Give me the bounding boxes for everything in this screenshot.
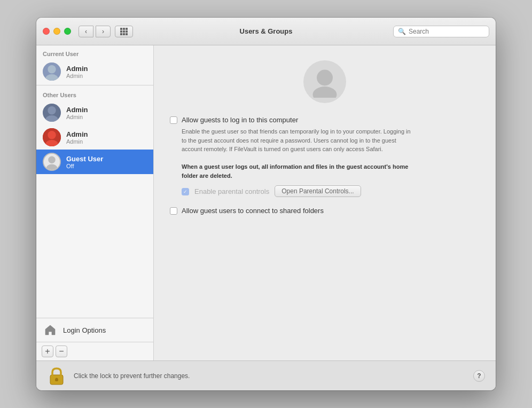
allow-shared-folders-label: Allow guest users to connect to shared f… <box>182 207 324 215</box>
current-user-name: Admin <box>66 65 88 73</box>
parental-controls-label: Enable parental controls <box>194 187 269 195</box>
svg-point-13 <box>317 70 333 86</box>
other-user-status-2: Admin <box>66 138 88 145</box>
open-parental-controls-button[interactable]: Open Parental Controls... <box>275 185 361 197</box>
lock-icon[interactable] <box>47 366 66 386</box>
help-button[interactable]: ? <box>473 370 485 382</box>
current-user-info: Admin Admin <box>66 65 88 79</box>
titlebar: ‹ › Users & Groups 🔍 <box>36 18 496 45</box>
other-user-name-2: Admin <box>66 130 88 138</box>
svg-rect-6 <box>43 104 61 122</box>
other-users-section-header: Other Users <box>36 87 153 100</box>
guest-user-status: Off <box>66 163 103 169</box>
bottom-bar: Click the lock to prevent further change… <box>36 360 496 390</box>
parental-controls-row: Enable parental controls Open Parental C… <box>182 185 361 197</box>
maximize-button[interactable] <box>64 28 71 35</box>
svg-point-8 <box>48 131 56 139</box>
bold-warning: When a guest user logs out, all informat… <box>182 163 408 179</box>
grid-icon <box>120 28 128 35</box>
search-icon: 🔍 <box>398 28 406 35</box>
svg-point-11 <box>48 156 56 164</box>
forward-button[interactable]: › <box>96 26 111 37</box>
current-user-status: Admin <box>66 73 88 79</box>
traffic-lights <box>43 28 71 35</box>
guest-user-info: Guest User Off <box>66 155 103 169</box>
current-user-avatar <box>43 62 61 81</box>
guest-user-name: Guest User <box>66 155 103 163</box>
minimize-button[interactable] <box>53 28 60 35</box>
parental-controls-checkbox[interactable] <box>182 188 189 195</box>
allow-guests-row: Allow guests to log in to this computer <box>170 116 480 124</box>
divider-1 <box>36 85 153 85</box>
other-user-avatar-2 <box>43 128 61 146</box>
search-box[interactable]: 🔍 <box>393 26 489 37</box>
allow-guests-label: Allow guests to log in to this computer <box>182 116 298 124</box>
back-button[interactable]: ‹ <box>79 26 93 37</box>
login-options-label: Login Options <box>63 326 106 334</box>
search-input[interactable] <box>409 28 484 35</box>
current-user-item[interactable]: Admin Admin <box>36 59 153 84</box>
guest-user-item[interactable]: Guest User Off <box>36 150 153 174</box>
other-user-name-1: Admin <box>66 106 88 114</box>
current-user-section-header: Current User <box>36 45 153 59</box>
lock-status-text: Click the lock to prevent further change… <box>74 372 190 380</box>
other-user-item-2[interactable]: Admin Admin <box>36 125 153 150</box>
grid-button[interactable] <box>115 26 133 37</box>
guest-user-avatar <box>43 153 61 171</box>
allow-guests-checkbox[interactable] <box>170 116 177 124</box>
main-window: ‹ › Users & Groups 🔍 Current User <box>36 18 496 390</box>
login-options-item[interactable]: Login Options <box>36 318 153 342</box>
other-user-info-1: Admin Admin <box>66 106 88 120</box>
window-title: Users & Groups <box>240 27 293 35</box>
other-user-status-1: Admin <box>66 114 88 120</box>
other-user-item-1[interactable]: Admin Admin <box>36 100 153 125</box>
allow-shared-folders-row: Allow guest users to connect to shared f… <box>170 207 480 215</box>
large-avatar <box>303 60 346 103</box>
allow-guests-description: Enable the guest user so that friends ca… <box>182 127 411 180</box>
sidebar-list: Current User Admin Admin <box>36 45 153 318</box>
allow-shared-folders-checkbox[interactable] <box>170 207 177 215</box>
close-button[interactable] <box>43 28 50 35</box>
sidebar: Current User Admin Admin <box>36 45 154 360</box>
remove-user-button[interactable]: − <box>56 346 67 357</box>
sidebar-controls: + − <box>36 342 153 360</box>
other-user-avatar-1 <box>43 104 61 122</box>
content-area: Current User Admin Admin <box>36 45 496 360</box>
home-icon <box>43 323 58 338</box>
main-panel: Allow guests to log in to this computer … <box>154 45 496 360</box>
other-user-info-2: Admin Admin <box>66 130 88 145</box>
svg-point-14 <box>313 87 337 98</box>
add-user-button[interactable]: + <box>42 346 53 357</box>
svg-point-17 <box>56 378 58 380</box>
nav-buttons: ‹ › <box>79 26 111 37</box>
svg-point-1 <box>48 65 56 73</box>
